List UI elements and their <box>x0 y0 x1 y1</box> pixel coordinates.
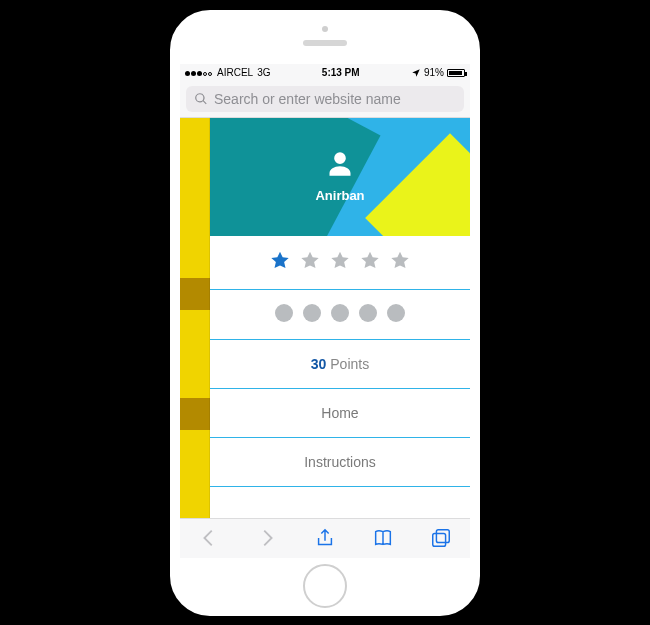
nav-item-home[interactable]: Home <box>210 389 470 438</box>
tabs-icon <box>430 527 452 549</box>
badge-dot <box>303 304 321 322</box>
home-button[interactable] <box>303 564 347 608</box>
back-button[interactable] <box>189 527 229 549</box>
side-drawer: Anirban 30 P <box>210 118 470 518</box>
points-value: 30 <box>311 356 327 372</box>
web-content: Anirban 30 P <box>180 118 470 518</box>
badge-row <box>210 290 470 340</box>
star-icon <box>359 250 381 272</box>
badge-dot <box>331 304 349 322</box>
network-label: 3G <box>257 67 270 78</box>
points-row: 30 Points <box>210 340 470 389</box>
star-rating[interactable] <box>210 236 470 290</box>
svg-rect-1 <box>433 533 446 546</box>
tabs-button[interactable] <box>421 527 461 549</box>
safari-toolbar <box>180 518 470 558</box>
carrier-label: AIRCEL <box>217 67 253 78</box>
address-bar-wrap: Search or enter website name <box>180 82 470 118</box>
share-button[interactable] <box>305 527 345 549</box>
star-icon <box>389 250 411 272</box>
chevron-left-icon <box>198 527 220 549</box>
nav-item-label: Home <box>321 405 358 421</box>
username-label: Anirban <box>315 188 364 203</box>
nav-item-instructions[interactable]: Instructions <box>210 438 470 487</box>
forward-button[interactable] <box>247 527 287 549</box>
signal-dots-icon <box>185 67 213 78</box>
battery-icon <box>447 69 465 77</box>
screen: AIRCEL 3G 5:13 PM 91% Search or enter we… <box>180 64 470 558</box>
profile-hero: Anirban <box>210 118 470 236</box>
star-icon <box>329 250 351 272</box>
address-placeholder: Search or enter website name <box>214 91 401 107</box>
bookmarks-button[interactable] <box>363 527 403 549</box>
address-bar[interactable]: Search or enter website name <box>186 86 464 112</box>
book-icon <box>372 527 394 549</box>
chevron-right-icon <box>256 527 278 549</box>
status-bar: AIRCEL 3G 5:13 PM 91% <box>180 64 470 82</box>
phone-earpiece <box>303 40 347 46</box>
clock-label: 5:13 PM <box>274 67 407 78</box>
badge-dot <box>387 304 405 322</box>
points-label: Points <box>330 356 369 372</box>
search-icon <box>194 92 208 106</box>
nav-item-label: Instructions <box>304 454 376 470</box>
share-icon <box>314 527 336 549</box>
user-icon <box>326 150 354 178</box>
phone-camera <box>322 26 328 32</box>
svg-rect-0 <box>436 530 449 543</box>
star-icon <box>269 250 291 272</box>
location-arrow-icon <box>411 68 421 78</box>
phone-frame: AIRCEL 3G 5:13 PM 91% Search or enter we… <box>166 6 484 620</box>
badge-dot <box>359 304 377 322</box>
battery-pct-label: 91% <box>424 67 444 78</box>
star-icon <box>299 250 321 272</box>
content-peek[interactable] <box>180 118 210 518</box>
badge-dot <box>275 304 293 322</box>
